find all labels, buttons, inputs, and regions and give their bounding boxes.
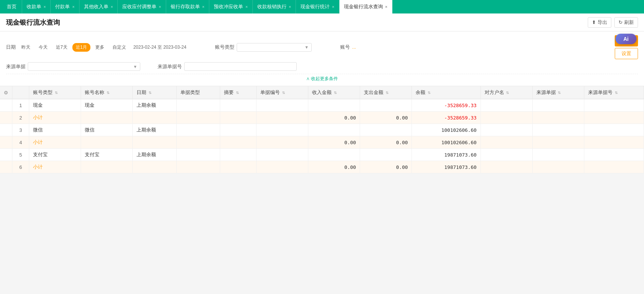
source-doc-select[interactable] — [28, 62, 140, 71]
col-expense[interactable]: 支出金额 ⇅ — [360, 86, 412, 99]
nav-home[interactable]: 首页 — [2, 0, 22, 13]
col-source-doc-no[interactable]: 来源单据号 ⇅ — [584, 86, 644, 99]
nav-tab-yushouchong[interactable]: 预收冲应收单 × — [209, 0, 252, 13]
cell-doc-type — [176, 99, 220, 112]
cell-expense — [360, 149, 412, 161]
cell-account-type: 微信 — [29, 124, 81, 136]
date-range-display: 2023-02-24 至 2023-03-24 — [133, 44, 186, 51]
cell-counterpart — [480, 99, 532, 112]
table-row[interactable]: 5 支付宝 支付宝 上期余额 19871073.60 — [0, 149, 644, 161]
close-tab-4[interactable]: × — [202, 4, 204, 9]
cell-counterpart — [480, 161, 532, 173]
cell-expense: 0.00 — [360, 112, 412, 124]
col-counterpart[interactable]: 对方户名 ⇅ — [480, 86, 532, 99]
nav-tab-liushui[interactable]: 现金银行流水查询 × — [339, 0, 392, 13]
cell-source-doc — [532, 99, 584, 112]
table-row[interactable]: 6 小计 0.00 0.00 19871073.60 — [0, 161, 644, 173]
cell-source-doc — [532, 112, 584, 124]
col-date[interactable]: 日期 ⇅ — [133, 86, 176, 99]
col-account-type[interactable]: 账号类型 ⇅ — [29, 86, 81, 99]
cell-settings — [0, 161, 12, 173]
date-opt-today[interactable]: 今天 — [35, 43, 51, 52]
cell-source-doc-no — [584, 161, 644, 173]
sort-arrows-doc-no: ⇅ — [282, 91, 285, 95]
cell-account-name — [81, 112, 133, 124]
cell-source-doc-no — [584, 149, 644, 161]
date-opt-1month[interactable]: 近1月 — [72, 43, 91, 52]
sort-arrows-account-name: ⇅ — [107, 91, 110, 95]
close-tab-1[interactable]: × — [72, 4, 74, 9]
close-tab-5[interactable]: × — [245, 4, 248, 9]
col-doc-no[interactable]: 单据编号 ⇅ — [256, 86, 308, 99]
nav-tab-xianjinyinhang-tongji[interactable]: 现金银行统计 × — [296, 0, 339, 13]
source-doc-no-input[interactable] — [184, 62, 297, 71]
nav-tab-yingshouyingfu[interactable]: 应收应付调整单 × — [118, 0, 166, 13]
cell-account-name: 现金 — [81, 99, 133, 112]
cell-balance: 19871073.60 — [412, 161, 480, 173]
cell-date: 上期余额 — [133, 149, 176, 161]
account-filter-group: 账号 ... — [340, 44, 356, 51]
table-row[interactable]: 3 微信 微信 上期余额 100102606.60 — [0, 124, 644, 136]
cell-account-name: 微信 — [81, 124, 133, 136]
cell-summary — [220, 161, 257, 173]
cell-counterpart — [480, 124, 532, 136]
cell-source-doc-no — [584, 124, 644, 136]
cell-date — [133, 112, 176, 124]
table-row[interactable]: 2 小计 0.00 0.00 -3528659.33 — [0, 112, 644, 124]
collapse-bar[interactable]: ∧ 收起更多条件 — [6, 74, 638, 84]
nav-tab-fukuandan[interactable]: 付款单 × — [51, 0, 79, 13]
cell-settings — [0, 124, 12, 136]
cell-account-type: 支付宝 — [29, 149, 81, 161]
nav-tab-shoukuanxiaoxiao[interactable]: 收款核销执行 × — [253, 0, 296, 13]
sort-arrows-source-doc-no: ⇅ — [615, 91, 618, 95]
date-opt-more[interactable]: 更多 — [92, 43, 108, 52]
table-row[interactable]: 4 小计 0.00 0.00 100102606.60 — [0, 136, 644, 149]
cell-expense — [360, 99, 412, 112]
close-tab-8[interactable]: × — [385, 4, 387, 9]
cell-doc-type — [176, 124, 220, 136]
cell-account-name: 支付宝 — [81, 149, 133, 161]
account-type-select[interactable] — [237, 43, 312, 52]
cell-settings — [0, 112, 12, 124]
date-opt-custom[interactable]: 自定义 — [109, 43, 129, 52]
cell-summary — [220, 136, 257, 149]
cell-balance: -3528659.33 — [412, 99, 480, 112]
cell-date — [133, 161, 176, 173]
cell-date: 上期余额 — [133, 99, 176, 112]
col-balance[interactable]: 余额 ⇅ — [412, 86, 480, 99]
col-source-doc[interactable]: 来源单据 ⇅ — [532, 86, 584, 99]
cell-account-type: 小计 — [29, 161, 81, 173]
cell-doc-no — [256, 149, 308, 161]
export-button[interactable]: ⬆ 导出 — [588, 17, 611, 28]
nav-tab-yinhangcunqu[interactable]: 银行存取款单 × — [166, 0, 209, 13]
table-row[interactable]: 1 现金 现金 上期余额 -3528659.33 — [0, 99, 644, 112]
col-income[interactable]: 收入金额 ⇅ — [308, 86, 360, 99]
close-tab-0[interactable]: × — [44, 4, 46, 9]
cell-counterpart — [480, 149, 532, 161]
close-tab-2[interactable]: × — [111, 4, 113, 9]
cell-doc-type — [176, 136, 220, 149]
sort-arrows-account-type: ⇅ — [55, 91, 58, 95]
source-doc-no-label: 来源单据号 — [158, 63, 182, 70]
col-summary[interactable]: 摘要 ⇅ — [220, 86, 257, 99]
date-opt-7days[interactable]: 近7天 — [53, 43, 71, 52]
top-navigation: 首页 收款单 × 付款单 × 其他收入单 × 应收应付调整单 × 银行存取款单 … — [0, 0, 644, 13]
account-more-btn[interactable]: ... — [352, 45, 356, 50]
refresh-button[interactable]: ↻ 刷新 — [614, 17, 638, 28]
col-account-name[interactable]: 账号名称 ⇅ — [81, 86, 133, 99]
nav-tab-qitashourudan[interactable]: 其他收入单 × — [80, 0, 118, 13]
close-tab-7[interactable]: × — [332, 4, 334, 9]
close-tab-3[interactable]: × — [159, 4, 161, 9]
settings-button[interactable]: 设置 — [615, 48, 638, 59]
date-opt-yesterday[interactable]: 昨天 — [18, 43, 34, 52]
cell-doc-type — [176, 161, 220, 173]
close-tab-6[interactable]: × — [289, 4, 291, 9]
sort-arrows-date: ⇅ — [149, 91, 152, 95]
cell-source-doc-no — [584, 112, 644, 124]
table-settings-col[interactable]: ⚙ — [0, 86, 12, 99]
cell-doc-no — [256, 112, 308, 124]
account-type-label: 账号类型 — [215, 44, 234, 51]
nav-tab-shoukuandan[interactable]: 收款单 × — [22, 0, 51, 13]
ai-badge[interactable]: Ai — [615, 34, 636, 44]
col-doc-type: 单据类型 — [176, 86, 220, 99]
